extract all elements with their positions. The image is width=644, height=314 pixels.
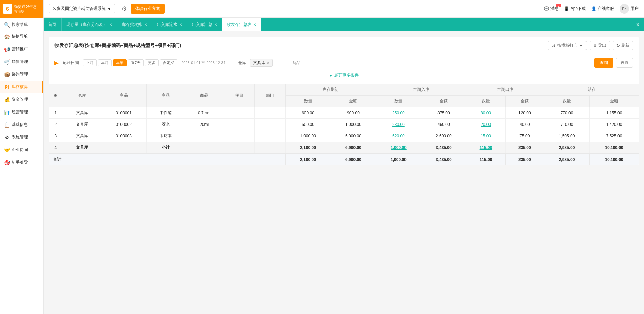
filter-toggle-icon[interactable]: ▶ — [54, 60, 59, 66]
date-btn-custom[interactable]: 自定义 — [160, 59, 177, 66]
tab-home[interactable]: 首页 — [44, 18, 62, 31]
logo-text: 畅捷通好生意 标准版 — [14, 4, 37, 14]
message-icon: 💬 — [544, 6, 549, 11]
system-select[interactable]: 装备及固定资产辅助管理系统 ▼ — [49, 4, 115, 13]
td-out-qty[interactable]: 80.00 — [466, 107, 505, 119]
page-header-actions: 🖨 按模板打印 ▼ ⬇ 导出 ↻ 刷新 — [548, 41, 633, 50]
message-button[interactable]: 💬 消息 6 — [544, 6, 559, 12]
td-project — [224, 107, 254, 119]
date-btn-this-year[interactable]: 本年 — [113, 59, 127, 66]
td-project — [224, 130, 254, 142]
sidebar-item-marketing[interactable]: 📢 营销推广 — [0, 43, 43, 55]
sidebar-item-management[interactable]: 📊 经营管理 — [0, 106, 43, 118]
tab-close-receive-send-summary[interactable]: ✕ — [253, 23, 256, 27]
sidebar-item-basic-info[interactable]: 📋 基础信息 — [0, 118, 43, 131]
warehouse-more-btn[interactable]: ... — [277, 61, 280, 65]
col-settings-icon[interactable]: ⚙ — [54, 93, 57, 98]
tab-close-in-out-summary[interactable]: ✕ — [214, 23, 217, 27]
sidebar-item-guide[interactable]: 🎯 新手引导 — [0, 156, 43, 169]
date-btn-prev-month[interactable]: 上月 — [83, 59, 97, 66]
td-out-qty[interactable]: 20.00 — [466, 119, 505, 130]
export-button[interactable]: ⬇ 导出 — [590, 41, 610, 50]
td-in-qty[interactable]: 1,000.00 — [376, 142, 421, 154]
set-button[interactable]: 设置 — [616, 58, 633, 68]
gear-icon[interactable]: ⚙ — [122, 5, 127, 12]
tab-batch-ledger[interactable]: 库存批次账 ✕ — [117, 18, 152, 31]
filter-row-date: ▶ 记账日期 上月 本月 本年 近7天 更多 自定义 2023-01-01 至 … — [54, 58, 633, 68]
refresh-icon: ↻ — [616, 43, 620, 48]
guide-icon: 🎯 — [4, 160, 10, 165]
sidebar-item-system[interactable]: ⚙ 系统管理 — [0, 131, 43, 144]
tab-close-stock-dist[interactable]: ✕ — [109, 23, 112, 27]
sidebar-item-label: 销售管理 — [12, 59, 28, 65]
sidebar-nav: 🔍 搜索菜单 🏠 快捷导航 📢 营销推广 🛒 销售管理 📦 采购管理 🗄 库存核… — [0, 18, 43, 314]
td-in-qty[interactable]: 520.00 — [376, 130, 421, 142]
inventory-icon: 🗄 — [4, 84, 10, 90]
th-open-qty: 数量 — [285, 96, 331, 107]
td-open-qty: 1,000.00 — [285, 130, 331, 142]
refresh-button[interactable]: ↻ 刷新 — [613, 41, 633, 50]
footer-out-qty: 115.00 — [466, 153, 505, 165]
td-code: 0100001 — [101, 107, 146, 119]
sidebar-item-label: 新手引导 — [12, 160, 28, 165]
td-warehouse: 文具库 — [63, 130, 101, 142]
td-out-qty[interactable]: 15.00 — [466, 130, 505, 142]
tab-close-in-out-flow[interactable]: ✕ — [179, 23, 182, 27]
page-title: 收发存汇总表(按仓库+商品编码+商品+规格型号+项目+部门) — [54, 43, 181, 49]
online-service-button[interactable]: 👤 在线客服 — [591, 6, 614, 12]
tab-stock-dist[interactable]: 现存量（库存分布表） ✕ — [62, 18, 117, 31]
purchase-icon: 📦 — [4, 72, 10, 77]
sidebar-item-sales[interactable]: 🛒 销售管理 — [0, 55, 43, 68]
close-all-tabs-button[interactable]: ✕ — [631, 21, 644, 28]
td-balance-qty: 1,505.00 — [544, 130, 590, 142]
search-icon: 🔍 — [4, 22, 10, 28]
date-btn-this-month[interactable]: 本月 — [98, 59, 112, 66]
td-open-amt: 1,000.00 — [331, 119, 376, 130]
date-btn-more[interactable]: 更多 — [145, 59, 159, 66]
goods-more-btn[interactable]: ... — [304, 61, 308, 65]
trial-button[interactable]: 体验行业方案 — [131, 4, 165, 14]
sidebar-item-search[interactable]: 🔍 搜索菜单 — [0, 19, 43, 30]
user-button[interactable]: Ea 用户 — [620, 4, 639, 14]
tab-receive-send-summary[interactable]: 收发存汇总表 ✕ — [222, 18, 261, 31]
td-in-qty[interactable]: 250.00 — [376, 107, 421, 119]
th-group-in: 本期入库 — [376, 84, 466, 96]
home-icon: 🏠 — [4, 34, 10, 39]
th-out-amt: 金额 — [505, 96, 544, 107]
sidebar-item-inventory[interactable]: 🗄 库存核算 — [0, 81, 43, 93]
sidebar-item-quick-nav[interactable]: 🏠 快捷导航 — [0, 30, 43, 43]
sidebar-item-enterprise[interactable]: 🤝 企业协同 — [0, 144, 43, 156]
warehouse-tag-close[interactable]: ✕ — [267, 61, 269, 65]
date-btn-7days[interactable]: 近7天 — [128, 59, 144, 66]
query-button[interactable]: 查询 — [594, 58, 613, 68]
table-row: 4文具库小计2,100.006,900.001,000.003,435.0011… — [49, 142, 639, 154]
td-spec: 0.7mm — [185, 107, 224, 119]
tab-in-out-flow[interactable]: 出入库流水 ✕ — [152, 18, 187, 31]
td-in-qty[interactable]: 230.00 — [376, 119, 421, 130]
sidebar-item-label: 系统管理 — [12, 134, 28, 140]
td-out-qty[interactable]: 115.00 — [466, 142, 505, 154]
page-content: 收发存汇总表(按仓库+商品编码+商品+规格型号+项目+部门) 🖨 按模板打印 ▼… — [44, 31, 644, 314]
app-download-button[interactable]: 📱 App下载 — [564, 6, 586, 12]
footer-balance-qty: 2,985.00 — [544, 153, 590, 165]
td-num: 4 — [49, 142, 63, 154]
td-in-amt: 2,600.00 — [421, 130, 466, 142]
td-in-amt: 3,435.00 — [421, 142, 466, 154]
expand-conditions-button[interactable]: ▼ 展开更多条件 — [329, 72, 359, 78]
tab-close-batch-ledger[interactable]: ✕ — [144, 23, 147, 27]
avatar: Ea — [620, 4, 629, 14]
td-name: 胶水 — [146, 119, 185, 130]
th-group-out: 本期出库 — [466, 84, 544, 96]
td-out-amt: 40.00 — [505, 119, 544, 130]
sidebar-item-purchase[interactable]: 📦 采购管理 — [0, 68, 43, 81]
tab-in-out-summary[interactable]: 出入库汇总 ✕ — [187, 18, 222, 31]
td-open-amt: 6,900.00 — [331, 142, 376, 154]
print-button[interactable]: 🖨 按模板打印 ▼ — [548, 41, 587, 50]
td-balance-amt: 1,420.00 — [590, 119, 639, 130]
sidebar-item-finance[interactable]: 💰 资金管理 — [0, 93, 43, 106]
td-spec — [185, 142, 224, 154]
footer-open-amt: 6,900.00 — [331, 153, 376, 165]
td-name: 小计 — [146, 142, 185, 154]
footer-label: 合计 — [49, 153, 285, 165]
service-icon: 👤 — [591, 6, 596, 11]
